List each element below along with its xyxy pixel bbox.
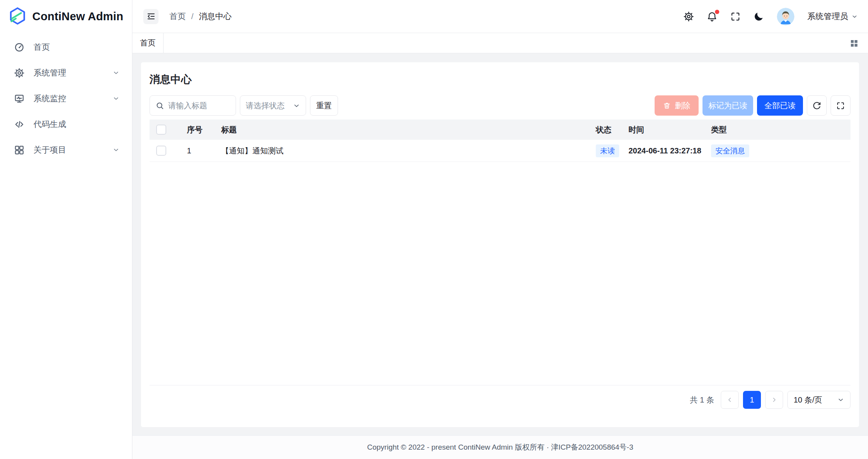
search-input[interactable] (168, 101, 230, 110)
sidebar-item-label: 系统管理 (33, 67, 66, 78)
delete-button-label: 删除 (675, 100, 690, 111)
message-center-card: 消息中心 请选择状态 重置 (141, 62, 859, 427)
sidebar-item-code-generation[interactable]: 代码生成 (0, 111, 132, 137)
chevron-left-icon (726, 396, 733, 403)
notification-dot (715, 10, 719, 14)
pagination-total: 共 1 条 (690, 395, 714, 405)
title-search-field[interactable] (150, 95, 236, 116)
mark-as-read-button[interactable]: 标记为已读 (702, 95, 753, 116)
user-name: 系统管理员 (807, 11, 848, 22)
page-size-select[interactable]: 10 条/页 (787, 391, 850, 409)
menu-fold-icon (146, 12, 156, 21)
fullscreen-icon[interactable] (730, 11, 741, 22)
column-header-title: 标题 (221, 125, 596, 135)
pagination-page-1[interactable]: 1 (743, 391, 761, 409)
refresh-button[interactable] (807, 95, 827, 116)
cell-status: 未读 (596, 144, 629, 157)
content-area: 消息中心 请选择状态 重置 (132, 53, 868, 435)
app-window: ContiNew Admin 首页 系统管理 (0, 0, 868, 459)
footer: Copyright © 2022 - present ContiNew Admi… (132, 435, 868, 459)
column-header-time: 时间 (629, 125, 711, 135)
chevron-down-icon (113, 95, 120, 102)
chevron-down-icon (113, 146, 120, 153)
dashboard-icon (14, 42, 25, 53)
chevron-down-icon (837, 396, 844, 403)
settings-icon[interactable] (683, 11, 694, 22)
app-logo-icon (9, 7, 26, 26)
status-select-placeholder: 请选择状态 (246, 100, 285, 111)
chevron-down-icon (851, 13, 858, 20)
sidebar-item-label: 代码生成 (33, 119, 66, 130)
refresh-icon (812, 101, 821, 110)
pagination-next-button[interactable] (765, 391, 783, 409)
chevron-down-icon (113, 69, 120, 76)
topbar: 首页 / 消息中心 (132, 0, 868, 33)
toolbar: 请选择状态 重置 删除 标记为已读 全部已读 (150, 95, 850, 116)
column-header-type: 类型 (711, 125, 850, 135)
message-table: 序号 标题 状态 时间 类型 1 【通知】通知测试 未读 2024-06-11 … (150, 120, 850, 385)
tab-grid-menu-icon[interactable] (849, 39, 859, 48)
tab-home[interactable]: 首页 (132, 33, 164, 53)
tab-bar-actions (849, 33, 868, 53)
reset-button[interactable]: 重置 (310, 95, 338, 116)
notification-bell-icon[interactable] (707, 11, 717, 22)
breadcrumb-current: 消息中心 (199, 11, 232, 22)
delete-button[interactable]: 删除 (655, 95, 699, 116)
copyright-text: Copyright © 2022 - present ContiNew Admi… (367, 442, 634, 452)
pagination: 共 1 条 1 10 条/页 (150, 391, 850, 409)
column-header-status: 状态 (596, 125, 629, 135)
sidebar-menu: 首页 系统管理 系统监控 (0, 33, 132, 163)
column-header-no: 序号 (187, 125, 221, 135)
breadcrumb-separator: / (191, 12, 194, 21)
search-icon (155, 101, 164, 110)
code-icon (14, 119, 25, 130)
main-area: 首页 / 消息中心 (132, 0, 868, 459)
status-badge: 未读 (596, 144, 619, 157)
app-title: ContiNew Admin (32, 10, 123, 23)
apps-icon (14, 145, 25, 155)
page-size-value: 10 条/页 (794, 395, 822, 405)
settings-icon (14, 68, 25, 78)
tab-bar: 首页 (132, 33, 868, 53)
sidebar-item-system-monitor[interactable]: 系统监控 (0, 86, 132, 111)
cell-type: 安全消息 (711, 144, 850, 157)
table-row[interactable]: 1 【通知】通知测试 未读 2024-06-11 23:27:18 安全消息 (150, 140, 850, 162)
all-read-button[interactable]: 全部已读 (757, 95, 803, 116)
expand-icon (836, 101, 845, 110)
trash-icon (663, 102, 671, 110)
sidebar-item-system-management[interactable]: 系统管理 (0, 60, 132, 86)
cell-title: 【通知】通知测试 (221, 146, 596, 156)
breadcrumb: 首页 / 消息中心 (169, 11, 232, 22)
sidebar-item-label: 系统监控 (33, 93, 66, 104)
select-all-checkbox[interactable] (156, 125, 166, 135)
cell-no: 1 (187, 146, 221, 155)
user-menu[interactable]: 系统管理员 (807, 11, 858, 22)
status-select[interactable]: 请选择状态 (240, 95, 306, 116)
table-fullscreen-button[interactable] (831, 95, 850, 116)
cell-time: 2024-06-11 23:27:18 (629, 146, 711, 155)
breadcrumb-home[interactable]: 首页 (169, 11, 186, 22)
pagination-prev-button[interactable] (721, 391, 739, 409)
type-badge: 安全消息 (711, 144, 749, 157)
sidebar-item-about-project[interactable]: 关于项目 (0, 137, 132, 163)
sidebar-collapse-button[interactable] (143, 9, 158, 24)
sidebar-item-home[interactable]: 首页 (0, 34, 132, 60)
monitor-icon (14, 93, 25, 104)
sidebar-item-label: 首页 (33, 42, 50, 53)
tab-label: 首页 (140, 38, 156, 48)
row-checkbox[interactable] (156, 146, 166, 156)
chevron-right-icon (771, 396, 778, 403)
logo-row[interactable]: ContiNew Admin (0, 0, 132, 33)
topbar-actions: 系统管理员 (683, 8, 858, 25)
dark-mode-moon-icon[interactable] (754, 11, 764, 22)
sidebar-item-label: 关于项目 (33, 144, 66, 155)
sidebar: ContiNew Admin 首页 系统管理 (0, 0, 132, 459)
chevron-down-icon (293, 102, 300, 109)
avatar[interactable] (777, 8, 794, 25)
page-title: 消息中心 (150, 73, 850, 86)
table-header-row: 序号 标题 状态 时间 类型 (150, 120, 850, 140)
